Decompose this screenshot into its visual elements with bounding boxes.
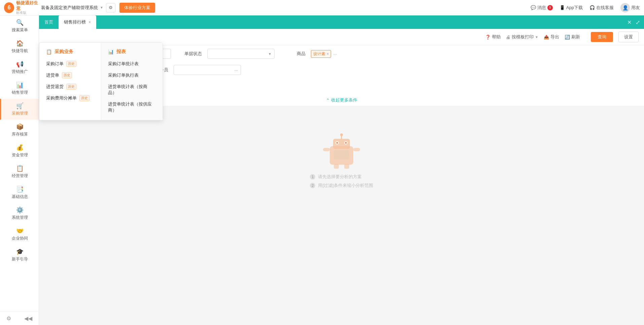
system-name[interactable]: 装备及固定资产辅助管理系统 ▼: [41, 5, 103, 11]
goods-tag-close-icon[interactable]: ×: [327, 52, 329, 56]
print-button[interactable]: 🖨 按模板打印 ▼: [506, 34, 538, 40]
industry-btn[interactable]: 体验行业方案: [119, 3, 155, 13]
message-icon: 💬: [531, 5, 536, 10]
message-item[interactable]: 💬 消息 9: [531, 5, 553, 11]
avatar: 👤: [620, 3, 630, 12]
topbar-right: 💬 消息 9 📱 App下载 🎧 在线客服 👤 用友: [531, 3, 640, 12]
search-icon: 🔍: [16, 19, 24, 26]
sidebar-item-quick[interactable]: 🏠 快捷导航: [0, 36, 39, 57]
marketing-icon: 📢: [16, 60, 24, 68]
help-icon: ❓: [485, 35, 491, 40]
purchase-col: 📋 采购业务 采购订单 历史 进货单 历史 进货退货 历史 采购费用分摊单 历史: [39, 43, 101, 120]
svg-point-4: [336, 142, 338, 144]
export-icon: 📤: [544, 35, 549, 40]
empty-hint-2: 2 用[过滤]条件来缩小分析范围: [310, 182, 373, 189]
refresh-button[interactable]: 🔄 刷新: [565, 34, 580, 40]
svg-rect-10: [334, 164, 339, 169]
system-icon: ⚙️: [16, 206, 24, 214]
salesperson-control[interactable]: ···: [174, 65, 241, 75]
report-col-icon: 📊: [108, 49, 114, 54]
dropdown-item-report-order-stat[interactable]: 采购订单统计表: [101, 58, 163, 70]
collapse-up-icon: ⌃: [326, 98, 330, 103]
sidebar-item-search[interactable]: 🔍 搜索菜单: [0, 15, 39, 36]
online-service-item[interactable]: 🎧 在线客服: [589, 5, 614, 11]
toolbar-actions: ❓ 帮助 🖨 按模板打印 ▼ 📤 导出 🔄 刷新: [485, 32, 639, 42]
doc-status-caret-icon: ▼: [268, 52, 272, 56]
dropdown-item-report-order-exec[interactable]: 采购订单执行表: [101, 70, 163, 81]
app-download-item[interactable]: 📱 App下载: [560, 5, 583, 11]
query-button[interactable]: 查询: [591, 32, 613, 42]
purchase-col-icon: 📋: [46, 49, 52, 54]
svg-rect-8: [323, 148, 330, 151]
sidebar-item-basic[interactable]: 📑 基础信息: [0, 182, 39, 203]
tab-sales-rank[interactable]: 销售排行榜 ×: [59, 15, 96, 29]
settings-bottom-icon[interactable]: ⚙: [6, 315, 11, 322]
export-button[interactable]: 📤 导出: [544, 34, 559, 40]
empty-state: 1 请先选择要分析的方案 2 用[过滤]条件来缩小分析范围: [39, 106, 644, 215]
sidebar-item-operations[interactable]: 📋 经营管理: [0, 161, 39, 182]
dropdown-arrow-icon: ▼: [100, 6, 103, 9]
goods-tag: 设计素 ×: [311, 50, 331, 58]
setting-button[interactable]: 设置: [618, 32, 639, 42]
sidebar-item-finance[interactable]: 💰 资金管理: [0, 140, 39, 161]
basic-icon: 📑: [16, 186, 24, 193]
dropdown-item-purchase-order[interactable]: 采购订单 历史: [39, 58, 101, 70]
dropdown-item-purchase-inbound[interactable]: 进货单 历史: [39, 70, 101, 81]
topbar: 6 畅捷通好生意 标准版 装备及固定资产辅助管理系统 ▼ ⚙ 体验行业方案 💬 …: [0, 0, 644, 15]
sidebar: 🔍 搜索菜单 🏠 快捷导航 📢 营销推广 📊 销售管理 🛒 采购管理 📦 库存核…: [0, 15, 39, 325]
goods-more-icon[interactable]: ···: [333, 51, 337, 56]
purchase-dropdown-menu: 📋 采购业务 采购订单 历史 进货单 历史 进货退货 历史 采购费用分摊单 历史…: [39, 42, 163, 120]
tab-close-window-icon[interactable]: ✕: [627, 19, 632, 26]
doc-status-label: 单据状态: [182, 51, 202, 57]
purchase-col-title: 📋 采购业务: [39, 47, 101, 58]
logo: 6 畅捷通好生意 标准版: [4, 0, 41, 15]
svg-point-5: [345, 142, 347, 144]
refresh-icon: 🔄: [565, 35, 570, 40]
dropdown-item-report-inbound-goods[interactable]: 进货单统计表（按商品）: [101, 81, 163, 98]
tab-bar-right: ✕ ⤢: [627, 19, 644, 26]
cooperation-icon: 🤝: [16, 227, 24, 235]
svg-rect-12: [334, 150, 349, 160]
sidebar-item-inventory[interactable]: 📦 库存核算: [0, 120, 39, 140]
goods-filter: 设计素 × ···: [311, 50, 337, 58]
print-icon: 🖨: [506, 35, 510, 40]
help-button[interactable]: ❓ 帮助: [485, 34, 501, 40]
purchase-icon: 🛒: [16, 102, 24, 110]
dropdown-item-purchase-return[interactable]: 进货退货 历史: [39, 81, 101, 92]
sidebar-item-purchase[interactable]: 🛒 采购管理: [0, 99, 39, 120]
guide-icon: 🎓: [16, 248, 24, 255]
user-item[interactable]: 👤 用友: [620, 3, 640, 12]
empty-hint-1: 1 请先选择要分析的方案: [310, 174, 373, 180]
logo-text: 畅捷通好生意 标准版: [16, 0, 41, 15]
doc-status-control[interactable]: ▼: [207, 49, 275, 59]
svg-rect-11: [344, 164, 349, 169]
report-col: 📊 报表 采购订单统计表 采购订单执行表 进货单统计表（按商品） 进货单统计表（…: [101, 43, 163, 120]
dropdown-item-purchase-expense[interactable]: 采购费用分摊单 历史: [39, 92, 101, 104]
sidebar-bottom: ⚙ ◀◀: [0, 312, 39, 325]
salesperson-more-icon[interactable]: ···: [234, 68, 238, 73]
report-col-title: 📊 报表: [101, 47, 163, 58]
sidebar-item-guide[interactable]: 🎓 新手引导: [0, 245, 39, 266]
sidebar-item-sales[interactable]: 📊 销售管理: [0, 78, 39, 99]
headset-icon: 🎧: [589, 5, 595, 10]
tab-bar: 首页 销售排行榜 × ✕ ⤢: [39, 15, 644, 29]
sidebar-item-system[interactable]: ⚙️ 系统管理: [0, 203, 39, 224]
collapse-sidebar-icon[interactable]: ◀◀: [24, 315, 32, 322]
svg-rect-1: [333, 139, 350, 149]
inventory-icon: 📦: [16, 123, 24, 130]
home-icon: 🏠: [16, 40, 24, 47]
phone-icon: 📱: [560, 5, 565, 10]
tab-expand-icon[interactable]: ⤢: [636, 19, 640, 26]
sidebar-item-marketing[interactable]: 📢 营销推广: [0, 57, 39, 78]
logo-icon: 6: [4, 2, 14, 13]
finance-icon: 💰: [16, 144, 24, 151]
empty-illustration: [318, 133, 365, 170]
sidebar-item-cooperation[interactable]: 🤝 企业协同: [0, 224, 39, 245]
gear-button[interactable]: ⚙: [106, 3, 115, 12]
tab-home[interactable]: 首页: [39, 15, 59, 29]
operations-icon: 📋: [16, 165, 24, 172]
tab-close-icon[interactable]: ×: [88, 20, 91, 25]
dropdown-item-report-inbound-supplier[interactable]: 进货单统计表（按供应商）: [101, 98, 163, 116]
goods-label: 商品: [285, 51, 306, 57]
svg-rect-9: [353, 148, 360, 151]
